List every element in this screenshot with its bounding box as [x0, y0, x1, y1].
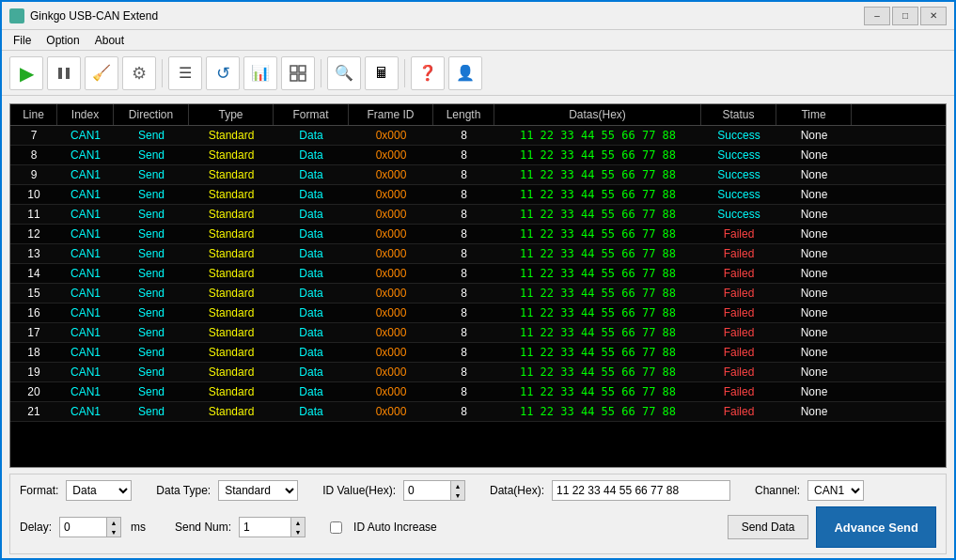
- cell-index: CAN1: [57, 146, 114, 164]
- cell-format: Data: [274, 284, 349, 303]
- advancesend-button[interactable]: Advance Send: [816, 506, 936, 548]
- cell-index: CAN1: [57, 165, 114, 184]
- cell-line: 16: [10, 303, 57, 322]
- close-button[interactable]: ✕: [920, 7, 947, 25]
- pause-button[interactable]: [47, 56, 81, 90]
- cell-type: Standard: [189, 343, 274, 362]
- cell-index: CAN1: [57, 225, 114, 243]
- datatype-select[interactable]: Standard Extended: [218, 480, 298, 501]
- cell-status: Success: [701, 165, 776, 184]
- calc-button[interactable]: 🖩: [365, 56, 399, 90]
- delay-unit: ms: [131, 521, 146, 534]
- table-row: 17 CAN1 Send Standard Data 0x000 8 11 22…: [10, 323, 946, 343]
- cell-type: Standard: [189, 382, 274, 401]
- cell-data: 11 22 33 44 55 66 77 88: [494, 146, 701, 164]
- delay-spinner: ▲ ▼: [106, 517, 121, 537]
- cell-length: 8: [433, 323, 494, 342]
- cell-time: None: [776, 165, 852, 184]
- cell-direction: Send: [114, 165, 189, 184]
- idvalue-spinner: ▲ ▼: [450, 480, 465, 501]
- datahex-input[interactable]: [552, 480, 730, 501]
- cell-line: 19: [10, 363, 57, 381]
- cell-length: 8: [433, 264, 494, 283]
- cell-format: Data: [274, 323, 349, 342]
- cell-direction: Send: [114, 402, 189, 421]
- cell-time: None: [776, 225, 852, 243]
- cell-direction: Send: [114, 284, 189, 303]
- user-button[interactable]: 👤: [448, 56, 482, 90]
- cell-format: Data: [274, 382, 349, 401]
- grid-button[interactable]: [281, 56, 315, 90]
- delay-label: Delay:: [20, 521, 52, 534]
- cell-time: None: [776, 303, 852, 322]
- menu-option[interactable]: Option: [39, 32, 86, 49]
- cell-index: CAN1: [57, 323, 114, 342]
- minimize-button[interactable]: –: [864, 7, 890, 25]
- col-line: Line: [10, 104, 57, 125]
- cell-format: Data: [274, 165, 349, 184]
- col-direction: Direction: [114, 104, 189, 125]
- table-row: 13 CAN1 Send Standard Data 0x000 8 11 22…: [10, 244, 946, 264]
- settings-button[interactable]: ⚙: [122, 56, 156, 90]
- idvalue-up[interactable]: ▲: [451, 481, 464, 490]
- cell-index: CAN1: [57, 303, 114, 322]
- cell-line: 17: [10, 323, 57, 342]
- cell-status: Failed: [701, 284, 776, 303]
- cell-frameid: 0x000: [349, 323, 433, 342]
- cell-status: Failed: [701, 402, 776, 421]
- toolbar-sep-3: [404, 59, 405, 87]
- cell-frameid: 0x000: [349, 343, 433, 362]
- delay-up[interactable]: ▲: [107, 518, 120, 527]
- table-row: 20 CAN1 Send Standard Data 0x000 8 11 22…: [10, 382, 946, 402]
- delay-down[interactable]: ▼: [107, 527, 120, 537]
- cell-data: 11 22 33 44 55 66 77 88: [494, 185, 701, 204]
- cell-line: 14: [10, 264, 57, 283]
- cell-data: 11 22 33 44 55 66 77 88: [494, 225, 701, 243]
- cell-time: None: [776, 126, 852, 145]
- svg-rect-4: [290, 74, 297, 81]
- help-button[interactable]: ❓: [411, 56, 445, 90]
- cell-length: 8: [433, 225, 494, 243]
- cell-time: None: [776, 205, 852, 224]
- autoincrease-checkbox[interactable]: [330, 521, 342, 534]
- channel-select[interactable]: CAN1 CAN2: [807, 480, 864, 501]
- cell-index: CAN1: [57, 244, 114, 263]
- cell-index: CAN1: [57, 126, 114, 145]
- cell-frameid: 0x000: [349, 264, 433, 283]
- maximize-button[interactable]: □: [892, 7, 918, 25]
- cell-index: CAN1: [57, 402, 114, 421]
- filter-button[interactable]: 🔍: [327, 56, 361, 90]
- table-row: 12 CAN1 Send Standard Data 0x000 8 11 22…: [10, 225, 946, 244]
- cell-direction: Send: [114, 323, 189, 342]
- senddata-button[interactable]: Send Data: [728, 515, 809, 539]
- cell-direction: Send: [114, 205, 189, 224]
- cell-length: 8: [433, 146, 494, 164]
- cell-frameid: 0x000: [349, 284, 433, 303]
- delay-input[interactable]: [59, 517, 106, 537]
- cell-direction: Send: [114, 303, 189, 322]
- cell-data: 11 22 33 44 55 66 77 88: [494, 363, 701, 381]
- cell-length: 8: [433, 165, 494, 184]
- idvalue-down[interactable]: ▼: [451, 490, 464, 500]
- play-button[interactable]: ▶: [9, 56, 43, 90]
- cell-line: 9: [10, 165, 57, 184]
- cell-time: None: [776, 284, 852, 303]
- cell-time: None: [776, 363, 852, 381]
- cell-direction: Send: [114, 244, 189, 263]
- clear-button[interactable]: 🧹: [85, 56, 118, 90]
- cell-data: 11 22 33 44 55 66 77 88: [494, 402, 701, 421]
- cell-type: Standard: [189, 146, 274, 164]
- idvalue-input[interactable]: [403, 480, 450, 501]
- menu-about[interactable]: About: [87, 32, 132, 49]
- sendnum-input[interactable]: [239, 517, 290, 537]
- format-select[interactable]: Data Remote: [66, 480, 132, 501]
- refresh-button[interactable]: ↺: [206, 56, 240, 90]
- cell-data: 11 22 33 44 55 66 77 88: [494, 382, 701, 401]
- chart-button[interactable]: 📊: [243, 56, 277, 90]
- menu-file[interactable]: File: [6, 32, 39, 49]
- list-button[interactable]: ☰: [168, 56, 202, 90]
- cell-time: None: [776, 343, 852, 362]
- sendnum-up[interactable]: ▲: [291, 518, 305, 527]
- sendnum-down[interactable]: ▼: [291, 527, 305, 537]
- sendnum-label: Send Num:: [175, 521, 231, 534]
